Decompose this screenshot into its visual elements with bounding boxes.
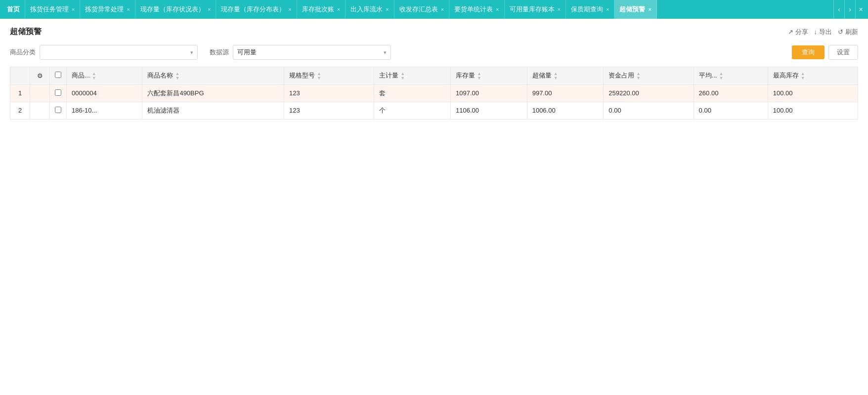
gear-settings-icon[interactable]: ⚙ bbox=[37, 72, 43, 79]
nav-tab-task-mgmt[interactable]: 拣货任务管理× bbox=[25, 0, 80, 19]
sort-icon-product_name[interactable]: ▲▼ bbox=[175, 72, 179, 80]
row-select-checkbox[interactable] bbox=[55, 89, 61, 96]
nav-close-all-arrow[interactable]: × bbox=[855, 0, 866, 19]
sort-icon-unit[interactable]: ▲▼ bbox=[400, 72, 405, 80]
category-filter-group: 商品分类 ▾ bbox=[10, 45, 198, 60]
th-unit[interactable]: 主计量▲▼ bbox=[374, 67, 451, 85]
row-checkbox-cell bbox=[50, 102, 67, 119]
refresh-button[interactable]: ↺ 刷新 bbox=[838, 28, 858, 37]
close-tab-in-out-flow-icon[interactable]: × bbox=[386, 6, 389, 12]
close-tab-task-mgmt-icon[interactable]: × bbox=[72, 6, 75, 12]
th-label-spec: 规格型号 bbox=[289, 72, 315, 79]
refresh-icon: ↺ bbox=[838, 28, 843, 36]
th-capital[interactable]: 资金占用▲▼ bbox=[604, 67, 694, 85]
th-checkbox bbox=[50, 67, 67, 85]
nav-tab-available-account[interactable]: 可用量库存账本× bbox=[505, 0, 566, 19]
filter-row: 商品分类 ▾ 数据源 可用量 ▾ 查询 设置 bbox=[10, 45, 858, 60]
row-gear-cell bbox=[30, 84, 50, 102]
sort-icon-overstock[interactable]: ▲▼ bbox=[554, 72, 558, 80]
th-label-overstock: 超储量 bbox=[532, 72, 552, 79]
datasource-filter-group: 数据源 可用量 ▾ bbox=[210, 45, 391, 60]
table-body: 10000004六配套新昌490BPG123套1097.00997.002592… bbox=[10, 84, 858, 119]
cell-spec: 123 bbox=[284, 84, 374, 102]
sort-icon-spec[interactable]: ▲▼ bbox=[317, 72, 321, 80]
close-tab-inventory-status-icon[interactable]: × bbox=[208, 6, 211, 12]
settings-button[interactable]: 设置 bbox=[828, 45, 858, 60]
th-stock[interactable]: 库存量▲▼ bbox=[451, 67, 527, 85]
share-button[interactable]: ↗ 分享 bbox=[788, 28, 808, 37]
th-label-capital: 资金占用 bbox=[608, 72, 634, 79]
query-button[interactable]: 查询 bbox=[792, 45, 825, 59]
th-label-unit: 主计量 bbox=[379, 72, 398, 79]
th-overstock[interactable]: 超储量▲▼ bbox=[527, 67, 604, 85]
close-tab-abnormal-icon[interactable]: × bbox=[127, 6, 130, 12]
nav-tab-inventory-status[interactable]: 现存量（库存状况表）× bbox=[135, 0, 216, 19]
sort-icon-capital[interactable]: ▲▼ bbox=[636, 72, 641, 80]
nav-tab-inventory-dist[interactable]: 现存量（库存分布表）× bbox=[216, 0, 297, 19]
nav-tab-order-stats[interactable]: 要货单统计表× bbox=[449, 0, 504, 19]
header-actions: ↗ 分享 ↓ 导出 ↺ 刷新 bbox=[788, 28, 859, 37]
row-gear-cell bbox=[30, 102, 50, 119]
cell-stock: 1106.00 bbox=[451, 102, 527, 119]
datasource-value: 可用量 bbox=[237, 48, 257, 57]
cell-unit: 套 bbox=[374, 84, 451, 102]
close-tab-order-stats-icon[interactable]: × bbox=[496, 6, 499, 12]
datasource-chevron-icon: ▾ bbox=[384, 49, 387, 56]
sort-icon-stock[interactable]: ▲▼ bbox=[477, 72, 481, 80]
cell-product_name: 六配套新昌490BPG bbox=[142, 84, 284, 102]
close-tab-shelf-life-icon[interactable]: × bbox=[606, 6, 609, 12]
close-tab-receive-send-icon[interactable]: × bbox=[441, 6, 444, 12]
nav-tab-overstock-warning[interactable]: 超储预警× bbox=[614, 0, 656, 19]
table-header: ⚙商品...▲▼商品名称▲▼规格型号▲▼主计量▲▼库存量▲▼超储量▲▼资金占用▲… bbox=[10, 67, 858, 85]
page-title: 超储预警 bbox=[10, 27, 42, 37]
nav-tab-abnormal[interactable]: 拣货异常处理× bbox=[80, 0, 135, 19]
nav-tab-receive-send[interactable]: 收发存汇总表× bbox=[394, 0, 449, 19]
cell-avg: 0.00 bbox=[694, 102, 768, 119]
cell-avg: 260.00 bbox=[694, 84, 768, 102]
nav-tab-batch-account[interactable]: 库存批次账× bbox=[297, 0, 346, 19]
close-tab-batch-account-icon[interactable]: × bbox=[337, 6, 340, 12]
table-row: 2186-10...机油滤清器123个1106.001006.000.000.0… bbox=[10, 102, 858, 119]
page-header: 超储预警 ↗ 分享 ↓ 导出 ↺ 刷新 bbox=[10, 27, 858, 37]
cell-capital: 0.00 bbox=[604, 102, 694, 119]
nav-tab-home[interactable]: 首页 bbox=[2, 0, 25, 19]
category-label: 商品分类 bbox=[10, 48, 36, 57]
filter-buttons: 查询 设置 bbox=[792, 45, 858, 60]
th-spec[interactable]: 规格型号▲▼ bbox=[284, 67, 374, 85]
th-product_code[interactable]: 商品...▲▼ bbox=[67, 67, 142, 85]
nav-tab-in-out-flow[interactable]: 出入库流水× bbox=[346, 0, 394, 19]
cell-stock: 1097.00 bbox=[451, 84, 527, 102]
row-number: 2 bbox=[10, 102, 30, 119]
cell-product_code: 0000004 bbox=[67, 84, 142, 102]
th-label-product_name: 商品名称 bbox=[147, 72, 173, 79]
datasource-select[interactable]: 可用量 ▾ bbox=[233, 45, 391, 60]
category-chevron-icon: ▾ bbox=[190, 49, 193, 56]
nav-prev-arrow[interactable]: ‹ bbox=[833, 0, 844, 19]
sort-icon-product_code[interactable]: ▲▼ bbox=[92, 72, 96, 80]
th-avg[interactable]: 平均...▲▼ bbox=[694, 67, 768, 85]
th-label-stock: 库存量 bbox=[456, 72, 475, 79]
cell-unit: 个 bbox=[374, 102, 451, 119]
th-product_name[interactable]: 商品名称▲▼ bbox=[142, 67, 284, 85]
nav-next-arrow[interactable]: › bbox=[844, 0, 855, 19]
table-row: 10000004六配套新昌490BPG123套1097.00997.002592… bbox=[10, 84, 858, 102]
cell-max_stock: 100.00 bbox=[768, 84, 858, 102]
cell-max_stock: 100.00 bbox=[768, 102, 858, 119]
datasource-label: 数据源 bbox=[210, 48, 229, 57]
data-table: ⚙商品...▲▼商品名称▲▼规格型号▲▼主计量▲▼库存量▲▼超储量▲▼资金占用▲… bbox=[10, 67, 858, 119]
row-select-checkbox[interactable] bbox=[55, 107, 61, 113]
close-tab-overstock-warning-icon[interactable]: × bbox=[648, 6, 651, 12]
select-all-checkbox[interactable] bbox=[55, 72, 61, 78]
sort-icon-avg[interactable]: ▲▼ bbox=[719, 72, 723, 80]
sort-icon-max_stock[interactable]: ▲▼ bbox=[801, 72, 805, 80]
close-tab-available-account-icon[interactable]: × bbox=[558, 6, 561, 12]
nav-tab-shelf-life[interactable]: 保质期查询× bbox=[566, 0, 614, 19]
export-icon: ↓ bbox=[814, 28, 818, 36]
th-max_stock[interactable]: 最高库存▲▼ bbox=[768, 67, 858, 85]
export-button[interactable]: ↓ 导出 bbox=[814, 28, 832, 37]
close-tab-inventory-dist-icon[interactable]: × bbox=[288, 6, 291, 12]
category-select[interactable]: ▾ bbox=[40, 45, 198, 60]
th-gear: ⚙ bbox=[30, 67, 50, 85]
th-rownum bbox=[10, 67, 30, 85]
th-label-product_code: 商品... bbox=[72, 72, 90, 79]
